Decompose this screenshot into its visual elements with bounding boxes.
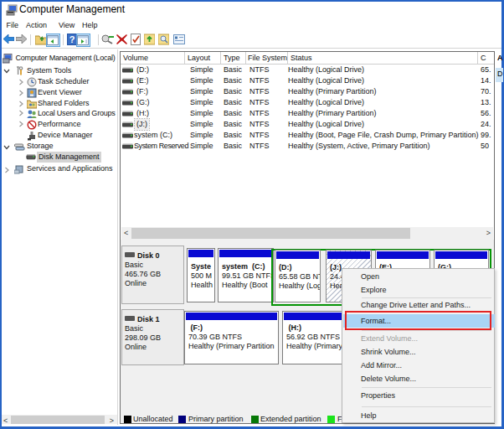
svg-text:?: ? [69, 34, 75, 44]
